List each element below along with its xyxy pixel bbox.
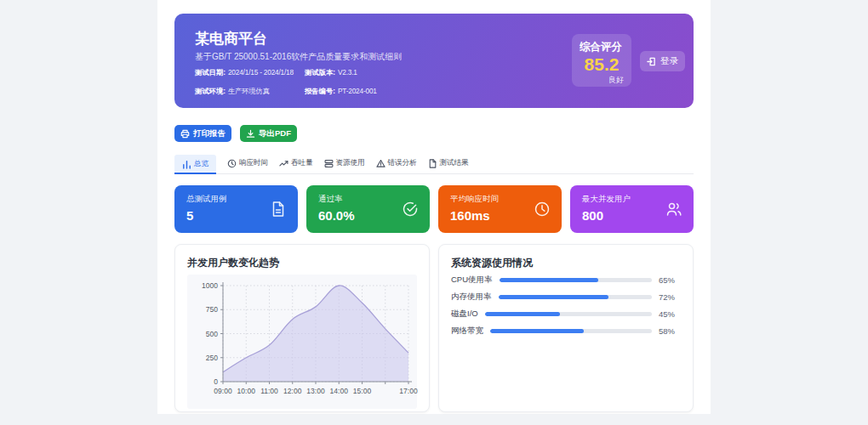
svg-text:10:00: 10:00 bbox=[237, 387, 256, 395]
tab-resource-usage[interactable]: 资源使用 bbox=[324, 154, 365, 173]
printer-icon bbox=[180, 129, 190, 139]
users-icon bbox=[665, 201, 682, 218]
export-pdf-label: 导出PDF bbox=[259, 128, 291, 139]
login-button[interactable]: 登录 bbox=[640, 51, 685, 71]
tab-label: 测试结果 bbox=[440, 158, 469, 168]
trending-up-icon bbox=[279, 159, 288, 168]
svg-text:1000: 1000 bbox=[202, 281, 218, 290]
meta-label: 测试版本: bbox=[305, 68, 335, 76]
svg-text:0: 0 bbox=[214, 377, 218, 386]
check-circle-icon bbox=[402, 201, 419, 218]
resource-title: 系统资源使用情况 bbox=[451, 257, 681, 269]
resource-usage-panel: 系统资源使用情况 CPU使用率 65% 内存使用率 72% 磁盘I/O 45% bbox=[438, 244, 694, 412]
svg-text:17:00: 17:00 bbox=[399, 387, 418, 395]
action-buttons: 打印报告 导出PDF bbox=[174, 125, 694, 142]
tab-bar: 总览 响应时间 吞吐量 资源使用 错误分析 测试结果 bbox=[174, 154, 694, 174]
meta-value: 2024/1/15 - 2024/1/18 bbox=[228, 68, 294, 76]
print-report-label: 打印报告 bbox=[193, 128, 226, 139]
report-page: 某电商平台 基于GB/T 25000.51-2016软件产品质量要求和测试细则 … bbox=[157, 0, 711, 414]
file-text-icon bbox=[270, 201, 287, 218]
resource-rows: CPU使用率 65% 内存使用率 72% 磁盘I/O 45% 网络带宽 bbox=[451, 271, 681, 339]
overall-score-card: 综合评分 85.2 良好 bbox=[572, 34, 631, 87]
resource-percent: 45% bbox=[659, 309, 681, 319]
download-icon bbox=[246, 129, 255, 139]
svg-text:11:00: 11:00 bbox=[260, 387, 278, 395]
tab-response-time[interactable]: 响应时间 bbox=[227, 154, 268, 173]
bar-chart-icon bbox=[182, 160, 191, 169]
resource-row-cpu: CPU使用率 65% bbox=[451, 271, 681, 288]
resource-percent: 65% bbox=[659, 275, 681, 285]
svg-text:12:00: 12:00 bbox=[283, 387, 302, 395]
meta-value: PT-2024-001 bbox=[338, 87, 377, 95]
document-icon bbox=[428, 159, 437, 168]
page-subtitle: 基于GB/T 25000.51-2016软件产品质量要求和测试细则 bbox=[195, 51, 402, 63]
resource-label: 网络带宽 bbox=[451, 326, 483, 337]
svg-text:14:00: 14:00 bbox=[330, 387, 349, 395]
concurrency-chart-panel: 并发用户数变化趋势 0250500750100009:0010:0011:001… bbox=[174, 244, 430, 412]
score-grade: 良好 bbox=[580, 75, 624, 86]
meta-test-env: 测试环境:生产环境仿真 bbox=[195, 87, 270, 96]
stat-cards: 总测试用例 5 通过率 60.0% 平均响应时间 160ms 最大并发用户 80… bbox=[174, 185, 694, 233]
warning-icon bbox=[376, 159, 385, 168]
server-icon bbox=[324, 159, 334, 168]
tab-label: 总览 bbox=[194, 159, 208, 169]
resource-row-disk: 磁盘I/O 45% bbox=[451, 305, 681, 322]
tab-label: 错误分析 bbox=[388, 158, 417, 168]
meta-label: 测试环境: bbox=[195, 87, 226, 95]
progress-track bbox=[485, 312, 652, 316]
chart-title: 并发用户数变化趋势 bbox=[187, 257, 417, 269]
page-title: 某电商平台 bbox=[195, 29, 267, 48]
resource-label: 内存使用率 bbox=[451, 292, 492, 303]
meta-report-no: 报告编号:PT-2024-001 bbox=[305, 87, 377, 96]
meta-test-date: 测试日期:2024/1/15 - 2024/1/18 bbox=[195, 68, 294, 77]
resource-percent: 58% bbox=[659, 326, 681, 336]
tab-label: 吞吐量 bbox=[291, 158, 313, 168]
area-chart-svg: 0250500750100009:0010:0011:0012:0013:001… bbox=[187, 275, 419, 409]
svg-text:09:00: 09:00 bbox=[214, 387, 232, 395]
resource-percent: 72% bbox=[659, 292, 681, 302]
tab-label: 响应时间 bbox=[239, 158, 268, 168]
stat-total-cases: 总测试用例 5 bbox=[174, 185, 298, 233]
login-icon bbox=[647, 57, 656, 66]
progress-fill bbox=[499, 295, 609, 299]
meta-label: 测试日期: bbox=[195, 68, 226, 76]
stat-avg-response: 平均响应时间 160ms bbox=[438, 185, 562, 233]
detail-panels: 并发用户数变化趋势 0250500750100009:0010:0011:001… bbox=[174, 244, 694, 412]
tab-throughput[interactable]: 吞吐量 bbox=[279, 154, 313, 173]
resource-row-memory: 内存使用率 72% bbox=[451, 288, 681, 305]
stat-pass-rate: 通过率 60.0% bbox=[306, 185, 430, 233]
meta-value: 生产环境仿真 bbox=[228, 87, 270, 95]
export-pdf-button[interactable]: 导出PDF bbox=[240, 125, 297, 142]
meta-test-version: 测试版本:V2.3.1 bbox=[305, 68, 357, 77]
tab-overview[interactable]: 总览 bbox=[174, 155, 216, 174]
tab-error-analysis[interactable]: 错误分析 bbox=[376, 154, 417, 173]
svg-text:250: 250 bbox=[206, 354, 218, 362]
concurrency-chart: 0250500750100009:0010:0011:0012:0013:001… bbox=[187, 275, 417, 409]
print-report-button[interactable]: 打印报告 bbox=[174, 125, 231, 142]
clock-icon bbox=[227, 159, 237, 168]
resource-row-network: 网络带宽 58% bbox=[451, 322, 681, 339]
progress-fill bbox=[485, 312, 560, 316]
tab-label: 资源使用 bbox=[336, 158, 365, 168]
score-label: 综合评分 bbox=[580, 40, 624, 54]
meta-label: 报告编号: bbox=[305, 87, 335, 95]
progress-track bbox=[490, 329, 652, 333]
svg-text:13:00: 13:00 bbox=[306, 387, 325, 395]
resource-label: CPU使用率 bbox=[451, 275, 493, 286]
resource-label: 磁盘I/O bbox=[451, 309, 478, 320]
svg-text:500: 500 bbox=[206, 330, 218, 338]
clock-icon bbox=[534, 201, 551, 218]
score-value: 85.2 bbox=[580, 54, 624, 75]
progress-track bbox=[499, 295, 653, 299]
report-header-card: 某电商平台 基于GB/T 25000.51-2016软件产品质量要求和测试细则 … bbox=[174, 14, 694, 108]
progress-fill bbox=[490, 329, 584, 333]
stat-max-concurrent: 最大并发用户 800 bbox=[570, 185, 694, 233]
progress-fill bbox=[500, 278, 599, 282]
progress-track bbox=[500, 278, 652, 282]
svg-text:15:00: 15:00 bbox=[353, 387, 372, 395]
svg-text:750: 750 bbox=[206, 305, 218, 314]
tab-test-results[interactable]: 测试结果 bbox=[428, 154, 469, 173]
login-label: 登录 bbox=[660, 55, 678, 67]
meta-value: V2.3.1 bbox=[338, 68, 357, 76]
